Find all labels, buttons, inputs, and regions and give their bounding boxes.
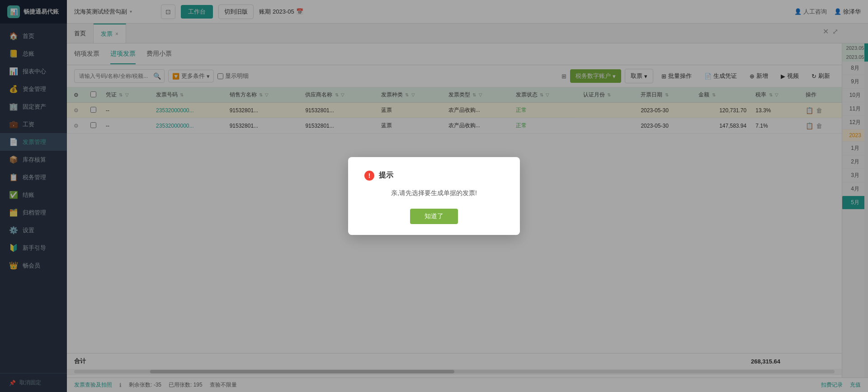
modal-title-row: ! 提示 — [364, 171, 504, 181]
modal-ok-button[interactable]: 知道了 — [410, 209, 458, 224]
modal-overlay: ! 提示 亲,请先选择要生成单据的发票! 知道了 — [0, 0, 868, 392]
modal-warning-icon: ! — [364, 171, 374, 181]
modal-dialog: ! 提示 亲,请先选择要生成单据的发票! 知道了 — [348, 157, 520, 235]
modal-footer: 知道了 — [364, 209, 504, 224]
modal-title: 提示 — [379, 171, 393, 180]
modal-message: 亲,请先选择要生成单据的发票! — [364, 188, 504, 198]
